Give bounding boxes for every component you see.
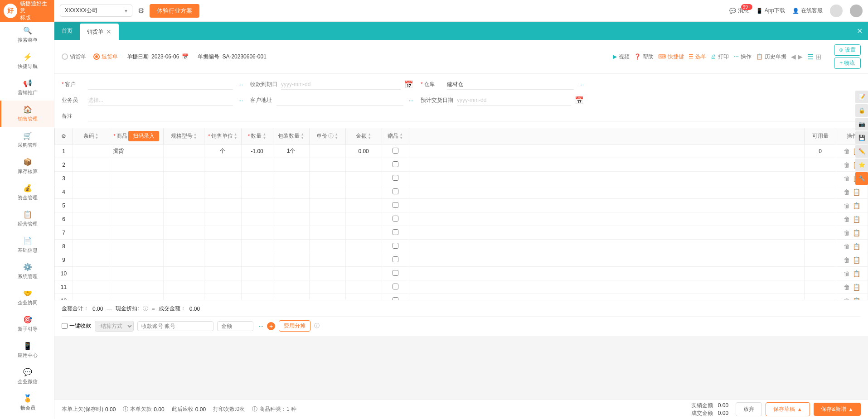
copy-row-icon[interactable]: 📋 (853, 202, 860, 209)
row-qty[interactable]: -1.00 (241, 144, 273, 158)
float-btn-5[interactable]: ✏️ (855, 145, 868, 158)
action-select[interactable]: ☰ 选单 (689, 53, 706, 61)
copy-row-icon[interactable]: 📋 (853, 243, 860, 250)
row-price[interactable] (309, 158, 345, 172)
row-barcode[interactable] (73, 144, 109, 158)
float-btn-3[interactable]: 📷 (855, 118, 868, 130)
sidebar-item-purchase[interactable]: 🛒 采购管理 (0, 127, 54, 153)
row-spec[interactable] (164, 185, 204, 199)
salesman-dots-icon[interactable]: ··· (238, 97, 243, 104)
row-gift[interactable] (382, 226, 409, 240)
note-input[interactable] (88, 111, 861, 121)
delete-row-icon[interactable]: 🗑 (844, 216, 850, 223)
save-new-button[interactable]: 保存&新增 ▲ (814, 403, 861, 416)
row-barcode[interactable] (73, 280, 109, 294)
salesman-input[interactable] (88, 95, 233, 106)
company-selector[interactable]: XXXXXX公司 ▾ (60, 5, 132, 17)
row-price[interactable] (309, 253, 345, 267)
row-memo[interactable] (409, 280, 804, 294)
row-product[interactable] (109, 226, 164, 240)
expense-info-icon[interactable]: ⓘ (314, 322, 320, 330)
sidebar-item-wechat[interactable]: 💬 企业微信 (0, 363, 54, 390)
row-spec[interactable] (164, 212, 204, 226)
tab-home[interactable]: 首页 (54, 22, 80, 40)
sidebar-item-marketing[interactable]: 📢 营销推广 (0, 74, 54, 101)
float-btn-4[interactable]: 💾 (855, 131, 868, 144)
sidebar-item-sales[interactable]: 🏠 销售管理 (0, 101, 54, 127)
discard-button[interactable]: 放弃 (736, 402, 762, 416)
row-barcode[interactable] (73, 172, 109, 185)
copy-row-icon[interactable]: 📋 (853, 256, 860, 264)
copy-row-icon[interactable]: 📋 (853, 270, 860, 277)
delete-row-icon[interactable]: 🗑 (844, 188, 850, 196)
action-shortcut[interactable]: ⌨ 快捷键 (658, 53, 684, 61)
row-price[interactable] (309, 144, 345, 158)
row-memo[interactable] (409, 212, 804, 226)
settings-gear-icon[interactable]: ⚙ (136, 5, 146, 17)
user-avatar2[interactable] (850, 5, 863, 17)
row-gift[interactable] (382, 158, 409, 172)
row-gift[interactable] (382, 185, 409, 199)
row-price[interactable] (309, 199, 345, 212)
delete-row-icon[interactable]: 🗑 (844, 161, 850, 169)
row-product[interactable] (109, 294, 164, 300)
sidebar-item-quick-nav[interactable]: ⚡ 快捷导航 (0, 48, 54, 74)
row-product[interactable] (109, 158, 164, 172)
row-product[interactable] (109, 212, 164, 226)
row-memo[interactable] (409, 294, 804, 300)
payment-date-calendar-icon[interactable]: 📅 (404, 80, 413, 89)
row-spec[interactable] (164, 158, 204, 172)
grid-view-icon[interactable]: ⊞ (815, 53, 821, 61)
row-qty[interactable] (241, 199, 273, 212)
float-btn-6[interactable]: ⭐ (855, 159, 868, 171)
message-btn[interactable]: 💬 消息 99+ (729, 7, 749, 14)
row-price[interactable] (309, 185, 345, 199)
copy-row-icon[interactable]: 📋 (853, 188, 860, 196)
row-barcode[interactable] (73, 294, 109, 300)
sidebar-item-guide[interactable]: 🎯 新手引导 (0, 311, 54, 337)
delete-row-icon[interactable]: 🗑 (844, 284, 850, 291)
sidebar-item-member[interactable]: 🏅 畅会员 (0, 390, 54, 416)
col-settings-icon[interactable]: ⚙ (55, 128, 73, 144)
row-qty[interactable] (241, 172, 273, 185)
sidebar-item-collab[interactable]: 🤝 企业协同 (0, 284, 54, 311)
delete-row-icon[interactable]: 🗑 (844, 243, 850, 250)
row-barcode[interactable] (73, 212, 109, 226)
delete-row-icon[interactable]: 🗑 (844, 256, 850, 264)
price-info-icon[interactable]: ⓘ (328, 132, 334, 140)
delivery-date-input[interactable] (457, 95, 571, 106)
row-product[interactable] (109, 280, 164, 294)
delivery-date-calendar-icon[interactable]: 📅 (575, 96, 584, 105)
row-qty[interactable] (241, 226, 273, 240)
one-click-checkbox[interactable] (62, 323, 68, 329)
row-gift[interactable] (382, 144, 409, 158)
row-barcode[interactable] (73, 185, 109, 199)
row-product[interactable] (109, 253, 164, 267)
nav-prev-icon[interactable]: ◀ (791, 53, 796, 60)
warehouse-dots-icon[interactable]: ··· (579, 82, 584, 88)
row-price[interactable] (309, 294, 345, 300)
row-barcode[interactable] (73, 158, 109, 172)
customer-addr-input[interactable] (276, 95, 403, 106)
float-btn-2[interactable]: 🔒 (855, 104, 868, 117)
sidebar-item-operations[interactable]: 📋 经营管理 (0, 206, 54, 232)
row-memo[interactable] (409, 199, 804, 212)
delete-row-icon[interactable]: 🗑 (844, 175, 850, 182)
action-operate[interactable]: ⋯ 操作 (733, 53, 752, 61)
row-barcode[interactable] (73, 199, 109, 212)
delete-row-icon[interactable]: 🗑 (844, 270, 850, 277)
radio-return-order[interactable]: 退货单 (93, 53, 118, 61)
row-qty[interactable] (241, 294, 273, 300)
row-price[interactable] (309, 172, 345, 185)
row-spec[interactable] (164, 172, 204, 185)
action-video[interactable]: ▶ 视频 (613, 53, 630, 61)
row-qty[interactable] (241, 280, 273, 294)
customer-dots-icon[interactable]: ··· (238, 82, 243, 88)
customer-input[interactable] (88, 79, 233, 90)
row-spec[interactable] (164, 294, 204, 300)
float-btn-7[interactable]: 🔧 (855, 172, 868, 185)
row-gift[interactable] (382, 253, 409, 267)
row-barcode[interactable] (73, 267, 109, 280)
row-qty[interactable] (241, 267, 273, 280)
row-memo[interactable] (409, 253, 804, 267)
